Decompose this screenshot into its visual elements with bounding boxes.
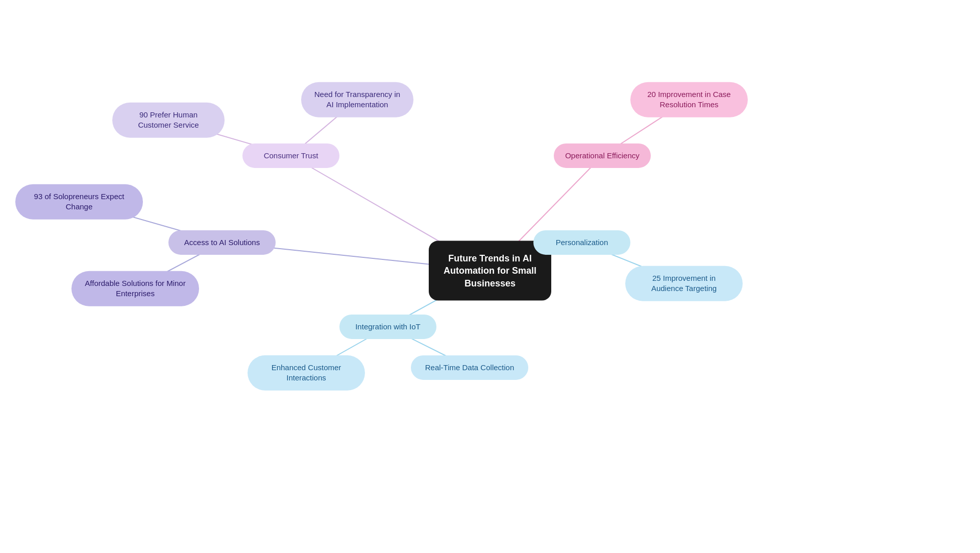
node-audience-targeting: 25 Improvement in Audience Targeting bbox=[625, 266, 743, 301]
node-customer-interactions: Enhanced Customer Interactions bbox=[248, 355, 365, 391]
node-center: Future Trends in AI Automation for Small… bbox=[429, 241, 551, 301]
node-case-resolution: 20 Improvement in Case Resolution Times bbox=[630, 82, 748, 117]
mind-map: Future Trends in AI Automation for Small… bbox=[0, 0, 980, 553]
node-personalization: Personalization bbox=[533, 230, 630, 255]
node-transparency: Need for Transparency in AI Implementati… bbox=[301, 82, 413, 117]
node-affordable: Affordable Solutions for Minor Enterpris… bbox=[71, 271, 199, 306]
node-access-ai: Access to AI Solutions bbox=[168, 230, 276, 255]
node-prefer-human: 90 Prefer Human Customer Service bbox=[112, 103, 225, 138]
node-iot: Integration with IoT bbox=[339, 315, 436, 339]
node-realtime-data: Real-Time Data Collection bbox=[411, 355, 528, 380]
node-operational: Operational Efficiency bbox=[554, 143, 651, 168]
node-consumer-trust: Consumer Trust bbox=[242, 143, 339, 168]
node-solopreneurs: 93 of Solopreneurs Expect Change bbox=[15, 184, 143, 220]
